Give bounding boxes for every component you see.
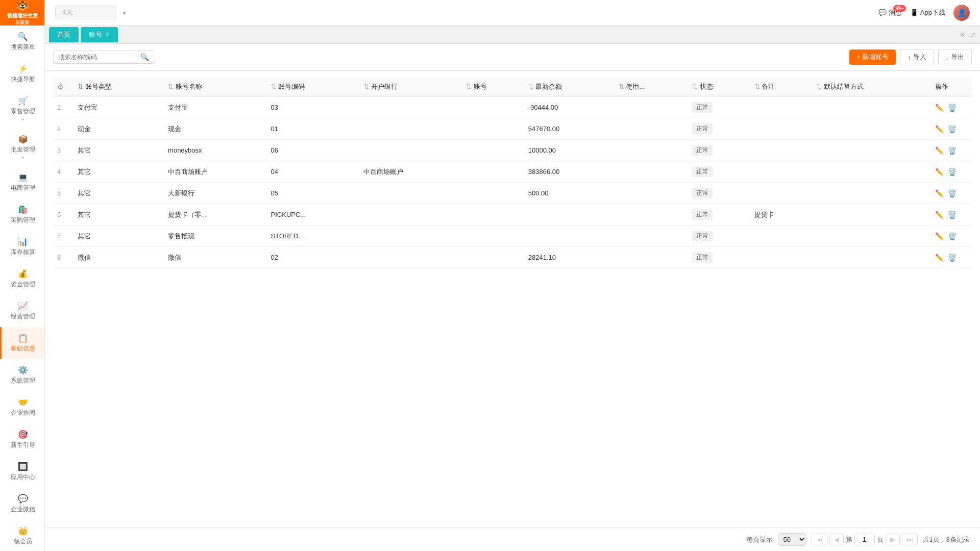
sidebar-item-wechat[interactable]: 💬 企业微信 [0,488,44,520]
page-size-select[interactable]: 50 20 100 [778,533,806,546]
edit-icon-7[interactable]: ✏️ [935,254,944,262]
search-input[interactable] [59,54,140,61]
sidebar-item-enterprise[interactable]: 🤝 企业协同 [0,391,44,423]
sidebar-label-system: 系统管理 [11,377,35,385]
page-total-label: 共1页，8条记录 [923,535,970,544]
add-account-button[interactable]: + 新增账号 [849,49,896,65]
row-bank-5 [359,204,462,226]
sidebar-item-app-center[interactable]: 🔲 应用中心 [0,456,44,488]
row-usage-3 [615,161,689,183]
avatar[interactable]: 👤 [953,5,970,21]
row-default-payment-2 [812,140,931,161]
import-label: 导入 [913,53,926,62]
edit-icon-1[interactable]: ✏️ [935,125,944,133]
sidebar-logo: 🐯 畅捷通好生意 乐版版 [0,0,44,26]
row-account-5 [462,204,524,226]
sidebar-item-purchase[interactable]: 🛍️ 采购管理 [0,198,44,231]
delete-icon-6[interactable]: 🗑️ [948,232,957,240]
page-prefix-label: 第 [846,535,852,544]
row-code-6: STORED... [267,226,359,247]
delete-icon-2[interactable]: 🗑️ [948,146,957,155]
table-row: 6 其它 提货卡（零... PICKUPC... 正常 提货卡 ✏️ 🗑️ [53,204,972,226]
row-balance-5 [524,204,615,226]
export-button[interactable]: ↓ 导出 [938,49,972,65]
sidebar-item-basic-info[interactable]: 📋 基础信息 [0,327,44,359]
page-next-btn[interactable]: ▶ [886,534,900,545]
row-remark-6 [750,226,812,247]
row-bank-2 [359,140,462,161]
sidebar-item-search-menu[interactable]: 🔍 搜索菜单 [0,26,44,58]
delete-icon-4[interactable]: 🗑️ [948,189,957,197]
row-default-payment-0 [812,97,931,118]
search-icon[interactable]: 🔍 [140,53,149,61]
delete-icon-7[interactable]: 🗑️ [948,254,957,262]
edit-icon-0[interactable]: ✏️ [935,104,944,112]
th-name-sort-icon[interactable]: ⇅ [168,83,174,90]
row-code-2: 06 [267,140,359,161]
app-download-btn[interactable]: 📱 App下载 [910,8,945,17]
sidebar-item-shortcuts[interactable]: ⚡ 快捷导航 [0,58,44,90]
topbar-chevron-icon[interactable]: ▾ [122,9,126,17]
edit-icon-3[interactable]: ✏️ [935,168,944,176]
sidebar-item-wholesale[interactable]: 📦 批发管理 ▾ [0,128,44,166]
row-status-2: 正常 [688,140,750,161]
page-prev-btn[interactable]: ◀ [829,534,844,545]
sidebar-item-guide[interactable]: 🎯 新手引导 [0,423,44,456]
status-badge-4: 正常 [692,188,713,198]
search-box[interactable]: 🔍 [53,51,155,64]
row-status-6: 正常 [688,226,750,247]
delete-icon-1[interactable]: 🗑️ [948,125,957,133]
tab-accounts-close-icon[interactable]: ✕ [105,31,110,38]
status-badge-1: 正常 [692,123,713,134]
th-balance-sort-icon[interactable]: ⇅ [528,83,534,90]
th-default-payment-sort-icon[interactable]: ⇅ [816,83,822,90]
tab-close-page-icon[interactable]: ✕ [960,31,966,39]
row-usage-4 [615,183,689,204]
edit-icon-2[interactable]: ✏️ [935,146,944,155]
delete-icon-0[interactable]: 🗑️ [948,104,957,112]
sidebar-item-operation[interactable]: 📈 经营管理 [0,295,44,327]
row-account-0 [462,97,524,118]
row-num-5: 6 [53,204,74,226]
th-type-sort-icon[interactable]: ⇅ [78,83,83,90]
row-usage-7 [615,247,689,268]
edit-icon-4[interactable]: ✏️ [935,189,944,197]
sidebar-item-finance[interactable]: 💰 资金管理 [0,263,44,295]
sidebar-icon-basic-info: 📋 [18,333,28,343]
sidebar-item-system[interactable]: ⚙️ 系统管理 [0,359,44,391]
delete-icon-3[interactable]: 🗑️ [948,168,957,176]
th-settings[interactable]: ⚙ [53,77,74,97]
th-usage-sort-icon[interactable]: ⇅ [619,83,624,90]
th-remark-sort-icon[interactable]: ⇅ [754,83,760,90]
message-btn[interactable]: 💬 消息 99+ [878,8,902,17]
tab-expand-icon[interactable]: ⤢ [970,31,976,39]
page-number-input[interactable] [854,534,875,545]
th-status-sort-icon[interactable]: ⇅ [692,83,698,90]
page-first-btn[interactable]: ⏮ [812,534,827,545]
sidebar-item-inventory[interactable]: 📊 库存核算 [0,231,44,263]
status-badge-7: 正常 [692,252,713,263]
page-last-btn[interactable]: ⏭ [902,534,918,545]
th-account-sort-icon[interactable]: ⇅ [466,83,472,90]
edit-icon-6[interactable]: ✏️ [935,232,944,240]
sidebar-item-member[interactable]: 👑 畅会员 [0,520,44,551]
sidebar-item-retail[interactable]: 🛒 零售管理 ▾ [0,90,44,128]
page-size-label: 每页显示 [746,535,773,544]
sidebar-item-ecommerce[interactable]: 💻 电商管理 [0,166,44,198]
edit-icon-5[interactable]: ✏️ [935,211,944,219]
tab-home[interactable]: 首页 [49,27,79,42]
page-suffix-label: 页 [877,535,884,544]
tab-accounts[interactable]: 账号 ✕ [81,27,118,42]
sidebar-icon-search-menu: 🔍 [18,32,28,41]
delete-icon-5[interactable]: 🗑️ [948,211,957,219]
th-code-sort-icon[interactable]: ⇅ [271,83,277,90]
row-status-3: 正常 [688,161,750,183]
sidebar-icon-enterprise: 🤝 [18,397,28,407]
row-actions-6: ✏️ 🗑️ [931,226,972,247]
sidebar-icon-ecommerce: 💻 [18,172,28,182]
import-button[interactable]: ↑ 导入 [900,49,934,65]
settings-icon[interactable]: ⚙ [57,83,64,91]
th-bank: ⇅ 开户银行 [359,77,462,97]
th-type: ⇅ 账号类型 [74,77,164,97]
th-bank-sort-icon[interactable]: ⇅ [363,83,369,90]
